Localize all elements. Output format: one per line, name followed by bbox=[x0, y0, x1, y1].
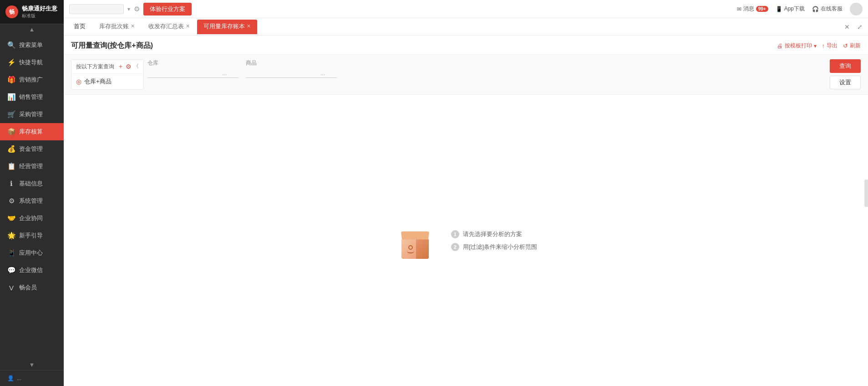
sidebar-item-新手引导[interactable]: 🌟新手引导 bbox=[0, 227, 64, 244]
print-btn[interactable]: 🖨 按模板打印 ▾ bbox=[777, 42, 817, 50]
tab-inventory-batch-label: 库存批次账 bbox=[99, 22, 129, 31]
tab-inventory-batch[interactable]: 库存批次账 ✕ bbox=[93, 20, 141, 34]
nav-icon-11: 🌟 bbox=[7, 232, 15, 240]
tab-summary[interactable]: 收发存汇总表 ✕ bbox=[142, 20, 196, 34]
phone-icon: 📱 bbox=[776, 6, 782, 12]
refresh-icon: ↺ bbox=[843, 42, 848, 49]
nav-label-1: 快捷导航 bbox=[19, 58, 43, 67]
sidebar-scroll-up[interactable]: ▲ bbox=[0, 24, 64, 35]
nav-icon-9: ⚙ bbox=[7, 197, 15, 205]
sidebar-item-资金管理[interactable]: 💰资金管理 bbox=[0, 140, 64, 158]
filter-warehouse: 仓库 ... bbox=[147, 59, 239, 78]
topbar-right: ✉ 消息 99+ 📱 App下载 🎧 在线客服 bbox=[737, 3, 863, 15]
query-area: 按以下方案查询 ＋ ⚙ 《 ◎ 仓库+商品 仓库 bbox=[64, 55, 868, 95]
settings-scheme-btn[interactable]: ⚙ bbox=[126, 62, 132, 71]
empty-tips: 1 请先选择要分析的方案 2 用[过滤]条件来缩小分析范围 bbox=[451, 230, 537, 251]
home-tab-label: 首页 bbox=[74, 22, 86, 31]
print-icon: 🖨 bbox=[777, 42, 783, 49]
gear-icon[interactable]: ⚙ bbox=[134, 5, 140, 13]
sidebar-item-营销推广[interactable]: 🎁营销推广 bbox=[0, 71, 64, 88]
main-area: ▾ ⚙ 体验行业方案 ✉ 消息 99+ 📱 App下载 🎧 在线客服 首页 bbox=[64, 0, 868, 386]
sidebar-item-企业协同[interactable]: 🤝企业协同 bbox=[0, 210, 64, 227]
tab-summary-close[interactable]: ✕ bbox=[186, 23, 190, 29]
empty-illustration bbox=[395, 218, 440, 263]
content-area: 可用量查询(按仓库+商品) 🖨 按模板打印 ▾ ↑ 导出 ↺ 刷新 bbox=[64, 36, 868, 386]
nav-label-12: 应用中心 bbox=[19, 249, 43, 257]
nav-icon-6: 💰 bbox=[7, 145, 15, 153]
nav-icon-4: 🛒 bbox=[7, 110, 15, 118]
sidebar-item-基础信息[interactable]: ℹ基础信息 bbox=[0, 175, 64, 192]
nav-icon-0: 🔍 bbox=[7, 41, 15, 49]
app-logo: 畅 bbox=[5, 5, 18, 18]
sidebar-header: 畅 畅康通好生意 标准版 bbox=[0, 0, 64, 24]
message-btn[interactable]: ✉ 消息 99+ bbox=[737, 5, 768, 13]
refresh-btn[interactable]: ↺ 刷新 bbox=[843, 42, 861, 50]
warehouse-more-icon[interactable]: ... bbox=[222, 70, 227, 77]
nav-label-7: 经营管理 bbox=[19, 162, 43, 170]
sidebar-item-应用中心[interactable]: 📱应用中心 bbox=[0, 244, 64, 262]
avatar[interactable] bbox=[850, 3, 863, 15]
filter-product: 商品 ... bbox=[246, 59, 337, 78]
tab-available-close[interactable]: ✕ bbox=[247, 23, 251, 29]
trial-button[interactable]: 体验行业方案 bbox=[143, 3, 192, 15]
sidebar-nav: 🔍搜索菜单⚡快捷导航🎁营销推广📊销售管理🛒采购管理📦库存核算💰资金管理📋经营管理… bbox=[0, 35, 64, 360]
tip-2-text: 用[过滤]条件来缩小分析范围 bbox=[463, 243, 537, 251]
scheme-item-label: 仓库+商品 bbox=[84, 77, 112, 86]
sidebar-footer[interactable]: 👤 ... bbox=[0, 370, 64, 386]
collapse-icon[interactable]: 《 bbox=[133, 62, 139, 71]
sidebar-item-快捷导航[interactable]: ⚡快捷导航 bbox=[0, 54, 64, 71]
customer-service-btn[interactable]: 🎧 在线客服 bbox=[812, 5, 843, 13]
sidebar-item-采购管理[interactable]: 🛒采购管理 bbox=[0, 106, 64, 123]
scheme-item-icon: ◎ bbox=[76, 78, 81, 85]
nav-label-4: 采购管理 bbox=[19, 110, 43, 118]
sidebar-item-搜索菜单[interactable]: 🔍搜索菜单 bbox=[0, 36, 64, 54]
topbar-search-input[interactable] bbox=[69, 4, 124, 14]
scheme-panel: 按以下方案查询 ＋ ⚙ 《 ◎ 仓库+商品 bbox=[71, 59, 144, 90]
nav-label-0: 搜索菜单 bbox=[19, 41, 43, 49]
settings-button[interactable]: 设置 bbox=[830, 76, 861, 89]
query-button[interactable]: 查询 bbox=[830, 59, 861, 73]
tab-right-controls: ✕ ⤢ bbox=[843, 22, 864, 31]
app-download-label: App下载 bbox=[784, 5, 805, 13]
sidebar-item-企业微信[interactable]: 💬企业微信 bbox=[0, 262, 64, 279]
footer-icon: 👤 bbox=[7, 375, 14, 381]
app-download-btn[interactable]: 📱 App下载 bbox=[776, 5, 805, 13]
empty-state: 1 请先选择要分析的方案 2 用[过滤]条件来缩小分析范围 bbox=[64, 95, 868, 386]
refresh-label: 刷新 bbox=[850, 42, 861, 50]
tip-item-1: 1 请先选择要分析的方案 bbox=[451, 230, 537, 238]
export-btn[interactable]: ↑ 导出 bbox=[822, 42, 838, 50]
query-btn-group: 查询 设置 bbox=[830, 59, 861, 89]
nav-icon-14: V bbox=[7, 284, 15, 292]
nav-icon-10: 🤝 bbox=[7, 214, 15, 222]
product-input[interactable] bbox=[246, 70, 319, 77]
scheme-item[interactable]: ◎ 仓库+商品 bbox=[71, 74, 143, 89]
nav-icon-3: 📊 bbox=[7, 93, 15, 101]
message-label: 消息 bbox=[743, 5, 754, 13]
tab-inventory-batch-close[interactable]: ✕ bbox=[131, 23, 135, 29]
tab-home[interactable]: 首页 bbox=[67, 20, 92, 34]
tab-available[interactable]: 可用量库存账本 ✕ bbox=[197, 20, 257, 34]
topbar: ▾ ⚙ 体验行业方案 ✉ 消息 99+ 📱 App下载 🎧 在线客服 bbox=[64, 0, 868, 18]
add-scheme-btn[interactable]: ＋ bbox=[117, 62, 124, 71]
nav-icon-5: 📦 bbox=[7, 128, 15, 136]
product-more-icon[interactable]: ... bbox=[320, 70, 325, 77]
tab-close-btn[interactable]: ✕ bbox=[843, 22, 852, 31]
tip-item-2: 2 用[过滤]条件来缩小分析范围 bbox=[451, 243, 537, 251]
chevron-down-icon[interactable]: ▾ bbox=[127, 6, 130, 12]
warehouse-input[interactable] bbox=[147, 70, 220, 77]
sidebar-item-畅会员[interactable]: V畅会员 bbox=[0, 279, 64, 296]
sidebar-item-销售管理[interactable]: 📊销售管理 bbox=[0, 88, 64, 106]
sidebar-scroll-down[interactable]: ▼ bbox=[0, 360, 64, 370]
nav-label-2: 营销推广 bbox=[19, 76, 43, 84]
footer-label: ... bbox=[17, 375, 21, 381]
nav-label-10: 企业协同 bbox=[19, 214, 43, 222]
headset-icon: 🎧 bbox=[812, 6, 819, 12]
sidebar-item-系统管理[interactable]: ⚙系统管理 bbox=[0, 192, 64, 210]
tab-expand-btn[interactable]: ⤢ bbox=[855, 22, 864, 31]
product-label: 商品 bbox=[246, 59, 337, 67]
sidebar-item-库存核算[interactable]: 📦库存核算 bbox=[0, 123, 64, 140]
warehouse-label: 仓库 bbox=[147, 59, 239, 67]
tab-available-label: 可用量库存账本 bbox=[203, 22, 245, 31]
nav-icon-7: 📋 bbox=[7, 162, 15, 170]
sidebar-item-经营管理[interactable]: 📋经营管理 bbox=[0, 158, 64, 175]
